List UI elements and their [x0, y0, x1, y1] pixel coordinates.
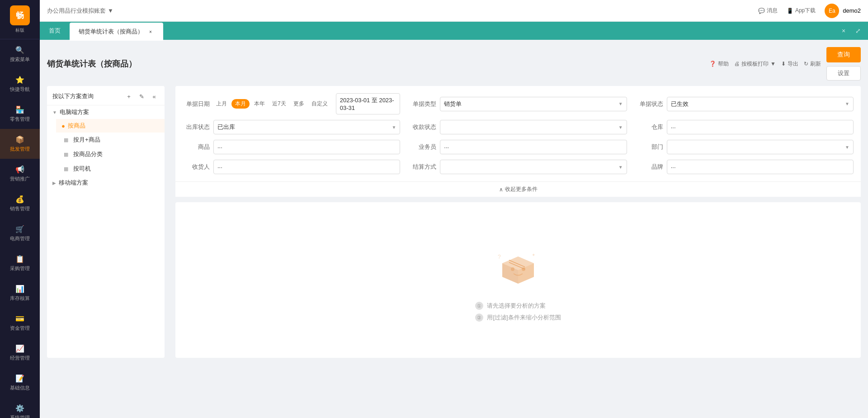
- topbar-arrow-icon[interactable]: ▼: [108, 7, 113, 14]
- filter-row-3: 商品 ··· 业务员 ···: [183, 140, 854, 154]
- department-control[interactable]: ▼: [667, 140, 854, 154]
- filter-department: 部门 ▼: [636, 140, 854, 154]
- refresh-icon: ↻: [804, 61, 808, 67]
- marketing-icon: 📢: [15, 165, 24, 174]
- query-actions: 查询 设置: [826, 47, 861, 81]
- tab-home[interactable]: 首页: [40, 22, 70, 40]
- settlement-control[interactable]: ▼: [440, 160, 627, 174]
- filter-brand: 品牌 ···: [636, 160, 854, 174]
- empty-state: ? ✦ · ① 请先选择要分析的方案 ②: [175, 202, 861, 358]
- app-download-button[interactable]: 📱 App下载: [787, 7, 816, 14]
- tree-child-by-product-label: 按商品: [68, 122, 85, 130]
- sidebar-item-inventory[interactable]: 📊 库存核算: [0, 278, 40, 308]
- tree-desktop-node[interactable]: ▼ 电脑端方案: [47, 105, 165, 119]
- left-panel-actions: + ✎ «: [124, 91, 159, 101]
- out-status-label: 出库状态: [183, 123, 210, 131]
- help-icon: ❓: [709, 61, 716, 67]
- sidebar-item-sales-label: 销售管理: [10, 205, 30, 212]
- tip-num-2: ②: [475, 314, 483, 322]
- add-scheme-button[interactable]: +: [124, 91, 134, 101]
- shortcut-more[interactable]: 更多: [291, 99, 307, 109]
- sidebar-item-purchase[interactable]: 📋 采购管理: [0, 248, 40, 278]
- doc-status-value: 已生效: [671, 100, 689, 108]
- tree-child-by-category-label: 按商品分类: [73, 150, 103, 158]
- consignee-control[interactable]: ···: [213, 160, 400, 174]
- tree-mobile-node[interactable]: ▶ 移动端方案: [47, 176, 165, 190]
- sidebar-item-retail[interactable]: 🏪 零售管理: [0, 99, 40, 129]
- scheme-icon-1: ▦: [61, 135, 71, 144]
- sidebar-logo: 畅 标版: [0, 0, 40, 39]
- tree-child-by-machine[interactable]: ▦ 按司机: [56, 162, 165, 176]
- collapse-button[interactable]: ∧ 收起更多条件: [175, 181, 861, 197]
- sidebar-item-search-label: 搜索菜单: [10, 56, 30, 63]
- window-maximize-button[interactable]: ⤢: [852, 24, 864, 37]
- date-shortcuts: 上月 本月 本年 近7天 更多 自定义: [213, 99, 330, 109]
- settings-button[interactable]: 设置: [826, 66, 861, 81]
- shortcut-custom[interactable]: 自定义: [309, 99, 330, 109]
- salesperson-control[interactable]: ···: [440, 140, 627, 154]
- sidebar-item-search[interactable]: 🔍 搜索菜单: [0, 39, 40, 69]
- sidebar-item-wholesale[interactable]: 📦 批发管理: [0, 129, 40, 159]
- export-button[interactable]: ⬇ 导出: [781, 60, 798, 68]
- page: 销货单统计表（按商品） ❓ 帮助 🖨 按模板打印 ▼ ⬇ 导出: [40, 40, 868, 365]
- tab-active[interactable]: 销货单统计表（按商品） ×: [70, 23, 163, 41]
- settlement-label: 结算方式: [409, 163, 436, 171]
- shortcut-this-year[interactable]: 本年: [251, 99, 268, 109]
- svg-text:?: ?: [498, 254, 501, 260]
- tree-child-by-product[interactable]: ● 按商品: [56, 119, 165, 133]
- department-label: 部门: [636, 143, 663, 151]
- expand-icon: ▼: [52, 110, 57, 115]
- help-button[interactable]: ❓ 帮助: [709, 60, 729, 68]
- filter-product: 商品 ···: [183, 140, 400, 154]
- collapse-panel-button[interactable]: «: [149, 91, 159, 101]
- filter-section: 单据日期 上月 本月 本年 近7天 更多 自定义: [175, 86, 861, 197]
- empty-illustration: ? ✦ ·: [491, 238, 545, 293]
- sidebar-item-sales[interactable]: 💰 销售管理: [0, 189, 40, 218]
- message-icon: 💬: [758, 8, 765, 14]
- tree-desktop-label: 电脑端方案: [60, 108, 89, 116]
- user-info[interactable]: Ea demo2: [825, 4, 861, 18]
- sidebar-item-basic[interactable]: 📝 基础信息: [0, 368, 40, 398]
- receive-status-control[interactable]: ▼: [440, 120, 627, 134]
- filter-salesperson: 业务员 ···: [409, 140, 627, 154]
- shortcut-this-month[interactable]: 本月: [231, 99, 250, 109]
- export-icon: ⬇: [781, 61, 786, 67]
- filter-settlement: 结算方式 ▼: [409, 160, 627, 174]
- sidebar-item-system[interactable]: ⚙️ 系统管理: [0, 398, 40, 418]
- tree-child-by-category[interactable]: ▦ 按商品分类: [56, 147, 165, 162]
- right-area: 单据日期 上月 本月 本年 近7天 更多 自定义: [175, 86, 861, 358]
- refresh-button[interactable]: ↻ 刷新: [804, 60, 821, 68]
- tree-child-by-month-product[interactable]: ▦ 按月+商品: [56, 133, 165, 147]
- mobile-expand-icon: ▶: [52, 180, 56, 185]
- sidebar-item-marketing[interactable]: 📢 营销推广: [0, 159, 40, 189]
- sidebar-item-operations[interactable]: 📈 经营管理: [0, 338, 40, 368]
- query-button[interactable]: 查询: [826, 47, 861, 62]
- purchase-icon: 📋: [15, 255, 24, 263]
- doc-type-arrow-icon: ▼: [618, 101, 623, 106]
- scheme-icon-2: ▦: [61, 150, 71, 159]
- main-area: 办公用品行业模拟账套 ▼ 💬 消息 📱 App下载 Ea demo2 首页: [40, 0, 868, 418]
- warehouse-control[interactable]: ···: [667, 120, 854, 134]
- edit-scheme-button[interactable]: ✎: [137, 91, 146, 101]
- print-arrow-icon: ▼: [770, 61, 776, 67]
- topbar: 办公用品行业模拟账套 ▼ 💬 消息 📱 App下载 Ea demo2: [40, 0, 868, 22]
- page-actions: ❓ 帮助 🖨 按模板打印 ▼ ⬇ 导出 ↻ 刷新: [709, 47, 861, 81]
- doc-type-control[interactable]: 销货单 ▼: [440, 97, 627, 111]
- date-range-control[interactable]: 2023-03-01 至 2023-03-31: [336, 93, 401, 114]
- sidebar-item-quick-nav[interactable]: ⭐ 快捷导航: [0, 69, 40, 99]
- brand-control[interactable]: ···: [667, 160, 854, 174]
- tree-child-by-machine-label: 按司机: [73, 165, 91, 173]
- shortcut-7days[interactable]: 近7天: [269, 99, 289, 109]
- sidebar-item-ecom[interactable]: 🛒 电商管理: [0, 218, 40, 248]
- svg-text:✦: ✦: [532, 252, 535, 257]
- template-print-button[interactable]: 🖨 按模板打印 ▼: [734, 60, 776, 68]
- window-close-button[interactable]: ×: [837, 24, 850, 37]
- shortcut-last-month[interactable]: 上月: [213, 99, 230, 109]
- tab-close-button[interactable]: ×: [147, 28, 154, 35]
- out-status-control[interactable]: 已出库 ▼: [213, 120, 400, 134]
- sidebar-item-finance[interactable]: 💳 资金管理: [0, 308, 40, 338]
- doc-status-control[interactable]: 已生效 ▼: [667, 97, 854, 111]
- retail-icon: 🏪: [15, 105, 24, 114]
- message-button[interactable]: 💬 消息: [758, 7, 778, 14]
- product-control[interactable]: ···: [213, 140, 400, 154]
